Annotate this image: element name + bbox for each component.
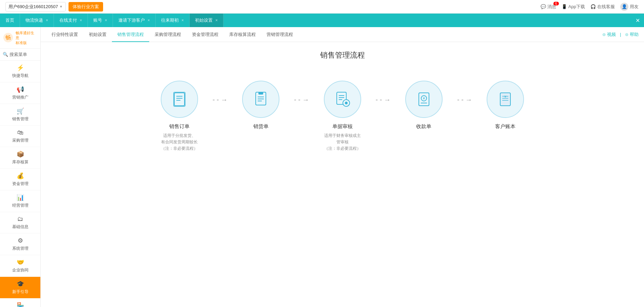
- sidebar-item-guide[interactable]: 🎓 新手引导: [0, 277, 40, 299]
- flow-arrow-1: - - →: [210, 96, 230, 104]
- sub-tab-initial[interactable]: 初始设置: [83, 27, 112, 42]
- sidebar-item-inventory[interactable]: 📦 库存核算: [0, 147, 40, 169]
- nav-tab-initial[interactable]: 往来期初 ×: [156, 14, 190, 27]
- close-icon[interactable]: ×: [215, 18, 218, 23]
- close-icon[interactable]: ×: [80, 18, 82, 23]
- sidebar-item-label: 销售管理: [12, 116, 28, 122]
- sales-order-label: 销售订单: [169, 123, 190, 130]
- nav-tab-logistics[interactable]: 物流快递 ×: [20, 14, 54, 27]
- finance-icon: 💰: [17, 172, 24, 180]
- sub-tab-purchase-flow-label: 采购管理流程: [155, 32, 181, 38]
- sub-tabs: 行业特性设置 初始设置 销售管理流程 采购管理流程 资金管理流程 库存核算流程 …: [41, 27, 644, 42]
- sub-tab-industry-label: 行业特性设置: [52, 32, 78, 38]
- audit-label: 单据审核: [332, 123, 353, 130]
- video-link[interactable]: ⊙ 视频: [602, 32, 616, 38]
- chevron-down-icon: ▼: [59, 5, 63, 8]
- app-icon: 📱: [562, 4, 567, 9]
- svg-rect-2: [174, 93, 184, 106]
- sub-tab-purchase-flow[interactable]: 采购管理流程: [149, 27, 187, 42]
- audit-desc: 适用于财务审核或主管审核（注：非必要流程）: [324, 132, 361, 152]
- close-icon[interactable]: ×: [105, 18, 107, 23]
- svg-point-17: [345, 102, 348, 104]
- sidebar-item-operation[interactable]: 📊 经营管理: [0, 190, 40, 212]
- sub-tab-finance-flow[interactable]: 资金管理流程: [187, 27, 224, 42]
- headset-icon: 🎧: [590, 4, 596, 9]
- sub-tabs-right: ⊙ 视频 | ⊙ 帮助: [602, 32, 639, 38]
- message-icon: 💬: [541, 4, 546, 9]
- sub-tab-sales-flow-label: 销售管理流程: [117, 32, 144, 38]
- sidebar-item-quicknav[interactable]: ⚡ 快捷导航: [0, 61, 40, 82]
- sub-tab-sales-flow[interactable]: 销售管理流程: [112, 27, 149, 42]
- sidebar: 畅 畅库通好生意 标准版 🔍 搜索菜单 ⚡ 快捷导航 📢 营销推广 🛒 销售管理…: [0, 27, 41, 307]
- service-item[interactable]: 🎧 在线客服: [590, 4, 615, 10]
- purchase-icon: 🛍: [17, 129, 23, 136]
- sidebar-item-finance[interactable]: 💰 资金管理: [0, 169, 40, 190]
- sidebar-item-marketing[interactable]: 📢 营销推广: [0, 82, 40, 104]
- sidebar-item-system[interactable]: ⚙ 系统管理: [0, 233, 40, 255]
- flow-item-account: ¥ 客户账本: [475, 81, 536, 132]
- system-icon: ⚙: [18, 237, 23, 244]
- flow-arrow-3: - - →: [373, 96, 393, 104]
- nav-tab-invite[interactable]: 邀请下游客户 ×: [113, 14, 156, 27]
- account-label: 客户账本: [495, 123, 515, 130]
- sidebar-item-enterprise[interactable]: 🤝 企业协同: [0, 255, 40, 277]
- sidebar-item-label: 企业协同: [12, 267, 28, 273]
- sidebar-item-purchase[interactable]: 🛍 采购管理: [0, 126, 40, 147]
- nav-tab-logistics-label: 物流快递: [25, 17, 43, 23]
- svg-text:¥: ¥: [423, 97, 425, 100]
- user-name: 用友: [630, 4, 639, 10]
- nav-tab-settings[interactable]: 初始设置 ×: [190, 14, 223, 27]
- logo-icon: 畅: [3, 32, 14, 43]
- sidebar-item-label: 营销推广: [12, 95, 28, 100]
- sub-tab-marketing-flow-label: 营销管理流程: [267, 32, 293, 38]
- pipe-divider: |: [620, 32, 621, 37]
- sub-tab-inventory-flow[interactable]: 库存核算流程: [224, 27, 261, 42]
- sub-tab-inventory-flow-label: 库存核算流程: [229, 32, 256, 38]
- delivery-circle: [242, 81, 279, 118]
- nav-tab-payment[interactable]: 在线支付 ×: [54, 14, 88, 27]
- app-download-item[interactable]: 📱 App下载: [562, 4, 585, 10]
- help-link[interactable]: ⊙ 帮助: [625, 32, 639, 38]
- flow-item-delivery: 销货单: [230, 81, 291, 132]
- nav-tab-initial-label: 往来期初: [161, 17, 179, 23]
- sidebar-item-basic[interactable]: 🗂 基础信息: [0, 212, 40, 233]
- message-badge: 6: [553, 2, 559, 5]
- sub-tab-industry[interactable]: 行业特性设置: [46, 27, 83, 42]
- user-avatar-item[interactable]: 👤 用友: [620, 3, 639, 11]
- close-icon[interactable]: ×: [148, 18, 150, 23]
- close-icon[interactable]: ×: [181, 18, 184, 23]
- logo-text: 畅库通好生意 标准版: [16, 30, 38, 45]
- user-selector[interactable]: 用户690企业1660120507 ▼: [5, 2, 66, 12]
- sales-icon: 🛒: [17, 107, 24, 115]
- user-label: 用户690企业1660120507: [8, 4, 58, 10]
- top-bar-right: 💬 消息 6 📱 App下载 🎧 在线客服 👤 用友: [541, 3, 639, 11]
- receipt-circle: ¥: [405, 81, 443, 118]
- flow-arrow-4: - - →: [454, 96, 475, 104]
- flow-item-receipt: ¥ 收款单: [393, 81, 454, 132]
- sidebar-item-apps[interactable]: 🏪 应用中心: [0, 299, 40, 307]
- sales-order-desc: 适用于分批发货、有合同发货周期较长（注：非必要流程）: [161, 132, 198, 152]
- close-icon[interactable]: ×: [46, 18, 48, 23]
- svg-rect-8: [258, 92, 263, 95]
- sidebar-search[interactable]: 🔍 搜索菜单: [0, 49, 40, 61]
- sales-order-circle: [161, 81, 198, 118]
- sub-tab-marketing-flow[interactable]: 营销管理流程: [261, 27, 298, 42]
- sidebar-item-label: 资金管理: [12, 181, 28, 187]
- sub-tab-initial-label: 初始设置: [89, 32, 106, 38]
- quicknav-icon: ⚡: [17, 64, 24, 71]
- close-all-tabs[interactable]: ✕: [631, 14, 644, 27]
- sidebar-item-label: 采购管理: [12, 138, 28, 143]
- sidebar-item-sales[interactable]: 🛒 销售管理: [0, 104, 40, 126]
- apps-icon: 🏪: [17, 302, 24, 307]
- experience-btn[interactable]: 体验行业方案: [69, 2, 103, 12]
- nav-tab-home[interactable]: 首页: [0, 14, 20, 27]
- account-circle: ¥: [487, 81, 524, 118]
- search-label: 搜索菜单: [9, 52, 27, 58]
- svg-text:畅: 畅: [5, 35, 11, 40]
- message-item[interactable]: 💬 消息 6: [541, 4, 556, 10]
- sub-tab-finance-flow-label: 资金管理流程: [192, 32, 218, 38]
- nav-tabs: 首页 物流快递 × 在线支付 × 账号 × 邀请下游客户 × 往来期初 × 初始…: [0, 14, 644, 27]
- nav-tab-account[interactable]: 账号 ×: [88, 14, 113, 27]
- app-label: App下载: [568, 4, 585, 10]
- flow-item-sales-order: 销售订单 适用于分批发货、有合同发货周期较长（注：非必要流程）: [149, 81, 210, 152]
